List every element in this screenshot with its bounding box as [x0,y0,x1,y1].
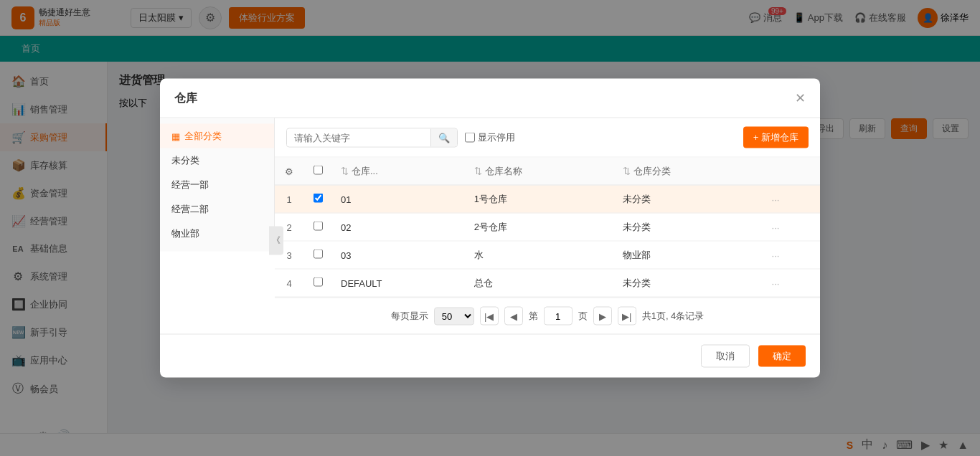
row-name: 总仓 [466,269,614,297]
th-warehouse-category[interactable]: ⇅仓库分类 [614,158,763,186]
page-label: 第 [529,310,538,323]
table-row[interactable]: 1 01 1号仓库 未分类 ··· [275,185,820,213]
th-warehouse-id[interactable]: ⇅仓库... [332,158,466,186]
th-checkbox[interactable] [303,158,332,186]
category-all[interactable]: ▦ 全部分类 [160,124,274,148]
modal-sidebar-wrapper: ▦ 全部分类 未分类 经营一部 经营二部 物业部 《 [160,118,275,334]
page-first-button[interactable]: |◀ [480,307,499,326]
table-row[interactable]: 2 02 2号仓库 未分类 ··· [275,213,820,241]
modal-right: 🔍 显示停用 + 新增仓库 ⚙ ⇅仓库... ⇅仓库名称 [275,118,820,334]
row-checkbox[interactable] [303,269,332,297]
select-all-checkbox[interactable] [314,166,323,175]
cancel-button[interactable]: 取消 [701,345,750,368]
per-page-select[interactable]: 50 20 100 [434,307,474,325]
page-next-button[interactable]: ▶ [593,307,612,326]
page-last-button[interactable]: ▶| [618,307,636,326]
th-settings[interactable]: ⚙ [275,158,303,186]
per-page-label: 每页显示 [391,310,428,323]
row-more[interactable]: ··· [763,213,820,241]
search-input[interactable] [287,128,430,146]
row-id: 02 [332,213,466,241]
category-property[interactable]: 物业部 [160,222,274,246]
show-disabled-label[interactable]: 显示停用 [465,131,515,144]
modal-close-button[interactable]: ✕ [795,90,806,106]
modal-footer: 取消 确定 [160,334,820,378]
pagination: 每页显示 50 20 100 |◀ ◀ 第 页 ▶ ▶| 共1页, 4条记录 [275,298,820,334]
category-ops1[interactable]: 经营一部 [160,173,274,197]
th-warehouse-name[interactable]: ⇅仓库名称 [466,158,614,186]
search-box: 🔍 [286,128,458,147]
row-id: 03 [332,241,466,269]
row-checkbox[interactable] [303,185,332,213]
category-uncategorized-label: 未分类 [171,154,199,167]
add-warehouse-button[interactable]: + 新增仓库 [743,127,809,148]
page-unit: 页 [578,310,588,323]
row-num: 4 [275,269,303,297]
row-category: 未分类 [614,185,763,213]
row-category: 物业部 [614,241,763,269]
warehouse-modal: 仓库 ✕ ▦ 全部分类 未分类 经营一部 经营二部 物业 [160,79,820,378]
row-category: 未分类 [614,269,763,297]
modal-sidebar: ▦ 全部分类 未分类 经营一部 经营二部 物业部 [160,118,275,252]
table-row[interactable]: 3 03 水 物业部 ··· [275,241,820,269]
modal-body: ▦ 全部分类 未分类 经营一部 经营二部 物业部 《 [160,118,820,334]
page-number-input[interactable] [544,307,573,326]
row-name: 水 [466,241,614,269]
table-row[interactable]: 4 DEFAULT 总仓 未分类 ··· [275,269,820,297]
category-ops2[interactable]: 经营二部 [160,197,274,222]
row-id: DEFAULT [332,269,466,297]
row-category: 未分类 [614,213,763,241]
category-property-label: 物业部 [171,227,199,240]
modal-header: 仓库 ✕ [160,79,820,118]
row-checkbox[interactable] [303,213,332,241]
row-more[interactable]: ··· [763,241,820,269]
category-all-label: 全部分类 [184,130,222,143]
modal-toolbar: 🔍 显示停用 + 新增仓库 [275,118,820,158]
show-disabled-checkbox[interactable] [465,133,475,143]
row-checkbox[interactable] [303,241,332,269]
row-name: 1号仓库 [466,185,614,213]
confirm-button[interactable]: 确定 [758,346,806,367]
row-more[interactable]: ··· [763,269,820,297]
row-more[interactable]: ··· [763,185,820,213]
total-text: 共1页, 4条记录 [642,310,705,323]
row-name: 2号仓库 [466,213,614,241]
show-disabled-text: 显示停用 [478,131,515,144]
settings-col-icon: ⚙ [285,166,293,176]
row-num: 1 [275,185,303,213]
page-prev-button[interactable]: ◀ [504,307,523,326]
row-id: 01 [332,185,466,213]
grid-icon: ▦ [171,130,180,141]
category-ops2-label: 经营二部 [171,203,209,216]
category-uncategorized[interactable]: 未分类 [160,148,274,173]
th-actions [763,158,820,186]
warehouse-table: ⚙ ⇅仓库... ⇅仓库名称 ⇅仓库分类 1 01 1号仓库 未分类 ··· [275,158,820,298]
search-icon[interactable]: 🔍 [430,128,457,146]
category-ops1-label: 经营一部 [171,179,209,191]
modal-title: 仓库 [174,90,197,105]
sidebar-collapse-button[interactable]: 《 [269,226,283,255]
